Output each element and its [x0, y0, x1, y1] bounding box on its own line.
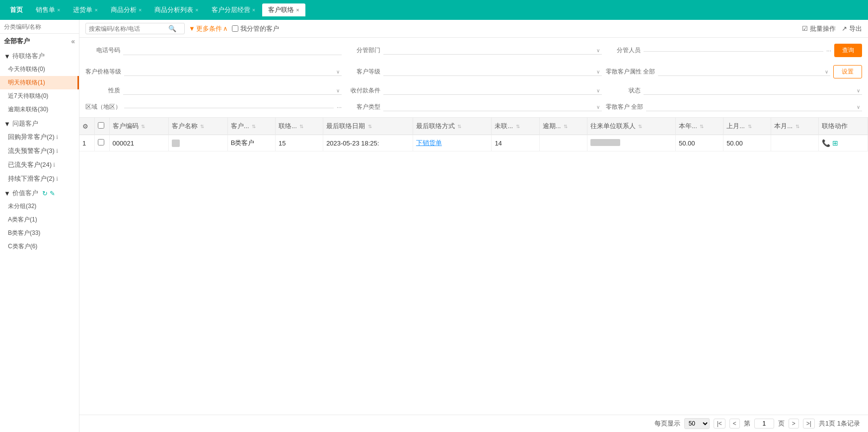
- filter-retail-attr-select[interactable]: ∨: [658, 68, 830, 76]
- row-select-checkbox[interactable]: [98, 139, 104, 145]
- my-customers-check[interactable]: [232, 25, 238, 32]
- col-code[interactable]: 客户编码 ⇅: [109, 118, 168, 135]
- my-customers-checkbox[interactable]: 我分管的客户: [232, 24, 279, 33]
- nav-customer-contact[interactable]: 客户联络 ×: [262, 3, 305, 16]
- sidebar-item-churned[interactable]: 已流失客户(24) ℹ: [0, 158, 79, 172]
- row-last-method[interactable]: 下销货单: [413, 135, 492, 151]
- sidebar-item-overdue[interactable]: 逾期未联络(30): [0, 103, 79, 116]
- advanced-filter-panel: 电话号码 分管部门 ∨ 分管人员 ··· 查询 客户价格等级: [79, 38, 868, 118]
- retail-attr-chevron-icon: ∨: [825, 69, 828, 74]
- filter-payment-label: 收付款条件: [346, 86, 380, 95]
- phone-action-icon[interactable]: 📞: [822, 139, 830, 147]
- sidebar-item-class-c[interactable]: C类客户(6): [0, 240, 79, 253]
- col-contacts[interactable]: 联络... ⇅: [275, 118, 323, 135]
- filter-icon: ▼: [189, 25, 195, 32]
- col-overdue[interactable]: 逾期... ⇅: [539, 118, 587, 135]
- sort-last-month-icon: ⇅: [748, 124, 752, 129]
- edit-icon[interactable]: ✎: [50, 190, 55, 197]
- close-product-analysis-icon[interactable]: ×: [139, 7, 142, 13]
- filter-region: 区域（地区） ···: [85, 101, 342, 113]
- last-page-btn[interactable]: >|: [803, 419, 815, 429]
- filter-payment-select[interactable]: ∨: [383, 87, 602, 95]
- price-level-chevron-icon: ∨: [336, 69, 340, 74]
- nav-product-analysis[interactable]: 商品分析 ×: [105, 3, 147, 16]
- action-icons: 📞 ⊞: [822, 139, 865, 147]
- prev-page-btn[interactable]: <: [729, 419, 740, 429]
- col-no-contact[interactable]: 未联... ⇅: [492, 118, 539, 135]
- sidebar-search-input[interactable]: [4, 23, 78, 30]
- export-btn[interactable]: ↗ 导出: [842, 24, 862, 33]
- customer-type-chevron-icon: ∨: [596, 104, 600, 110]
- nav-purchase[interactable]: 进货单 ×: [67, 3, 103, 16]
- col-name[interactable]: 客户名称 ⇅: [168, 118, 227, 135]
- batch-ops-btn[interactable]: ☑ 批量操作: [802, 24, 836, 33]
- value-group-triangle: ▼: [4, 190, 10, 197]
- sidebar-item-churn-warning[interactable]: 流失预警客户(3) ℹ: [0, 144, 79, 158]
- row-action: 📞 ⊞: [819, 135, 868, 151]
- select-all-checkbox[interactable]: [98, 122, 104, 129]
- row-code[interactable]: 000021: [109, 135, 168, 151]
- filter-status-select[interactable]: ∨: [644, 87, 862, 95]
- col-type[interactable]: 客户... ⇅: [227, 118, 275, 135]
- query-button[interactable]: 查询: [834, 44, 862, 57]
- col-setting[interactable]: ⚙: [79, 118, 94, 135]
- filter-manager-ellipsis[interactable]: ···: [826, 47, 831, 54]
- first-page-btn[interactable]: |<: [714, 419, 725, 429]
- sidebar-item-today[interactable]: 今天待联络(0): [0, 63, 79, 76]
- more-conditions-btn[interactable]: ▼ 更多条件 ∧: [189, 24, 228, 33]
- filter-dept-select[interactable]: ∨: [383, 47, 602, 55]
- close-customer-contact-icon[interactable]: ×: [296, 7, 299, 13]
- filter-phone-input[interactable]: [123, 46, 342, 55]
- col-unit-contact[interactable]: 往来单位联系人 ⇅: [587, 118, 675, 135]
- all-customers-label: 全部客户: [4, 37, 30, 46]
- nav-sales[interactable]: 销售单 ×: [30, 3, 66, 16]
- col-action: 联络动作: [819, 118, 868, 135]
- col-last-method[interactable]: 最后联络方式 ⇅: [413, 118, 492, 135]
- sidebar-item-7days[interactable]: 近7天待联络(0): [0, 89, 79, 103]
- nav-product-list[interactable]: 商品分析列表 ×: [148, 3, 204, 16]
- filter-price-level-select[interactable]: ∨: [124, 68, 342, 76]
- filter-nature-select[interactable]: ∨: [123, 87, 342, 95]
- table-header-row: ⚙ 客户编码 ⇅ 客户名称 ⇅: [79, 118, 868, 135]
- search-icon[interactable]: 🔍: [168, 25, 176, 32]
- filter-retail-customer-select[interactable]: ∨: [646, 103, 862, 111]
- sidebar-item-tomorrow[interactable]: 明天待联络(1): [0, 76, 79, 89]
- info-icon-declining: ℹ: [56, 176, 58, 182]
- col-this-year[interactable]: 本年... ⇅: [675, 118, 723, 135]
- nav-customer-layer[interactable]: 客户分层经营 ×: [206, 3, 261, 16]
- grid-action-icon[interactable]: ⊞: [832, 139, 838, 147]
- col-last-month[interactable]: 上月... ⇅: [723, 118, 771, 135]
- sidebar-item-abnormal[interactable]: 回购异常客户(2) ℹ: [0, 130, 79, 144]
- problem-group-label: ▼ 问题客户: [0, 116, 79, 130]
- pending-group-label: ▼ 待联络客户: [0, 49, 79, 63]
- table-row: 1 000021 Ea B类客户 15 2023-05-23 18:25: 下销…: [79, 135, 868, 151]
- sidebar-item-unclassified[interactable]: 未分组(32): [0, 200, 79, 213]
- close-product-list-icon[interactable]: ×: [195, 7, 198, 13]
- col-last-date[interactable]: 最后联络日期 ⇅: [323, 118, 413, 135]
- sidebar-item-class-a[interactable]: A类客户(1): [0, 213, 79, 226]
- close-sales-icon[interactable]: ×: [57, 7, 60, 13]
- payment-chevron-icon: ∨: [596, 88, 600, 93]
- filter-region-input[interactable]: [124, 106, 334, 108]
- search-input[interactable]: [89, 25, 168, 32]
- sidebar-item-declining[interactable]: 持续下滑客户(2) ℹ: [0, 172, 79, 186]
- filter-customer-type-select[interactable]: ∨: [383, 103, 602, 111]
- filter-region-ellipsis[interactable]: ···: [337, 104, 342, 111]
- set-button[interactable]: 设置: [833, 65, 862, 78]
- next-page-btn[interactable]: >: [789, 419, 799, 429]
- per-page-select[interactable]: 50 20 100 200: [684, 418, 710, 429]
- nav-home[interactable]: 首页: [4, 3, 29, 16]
- all-customers-title[interactable]: 全部客户 «: [0, 34, 79, 49]
- filter-manager-input[interactable]: [644, 49, 823, 52]
- row-name[interactable]: Ea: [168, 135, 227, 151]
- refresh-icon[interactable]: ↻: [42, 190, 48, 197]
- filter-customer-level-select[interactable]: ∨: [383, 68, 602, 76]
- settings-icon[interactable]: ⚙: [82, 123, 88, 130]
- col-this-month[interactable]: 本月... ⇅: [771, 118, 819, 135]
- close-customer-layer-icon[interactable]: ×: [252, 7, 255, 13]
- close-purchase-icon[interactable]: ×: [94, 7, 97, 13]
- sidebar-item-class-b[interactable]: B类客户(33): [0, 226, 79, 240]
- sort-type-icon: ⇅: [252, 124, 256, 129]
- export-icon: ↗: [842, 25, 847, 32]
- page-input[interactable]: [754, 419, 774, 429]
